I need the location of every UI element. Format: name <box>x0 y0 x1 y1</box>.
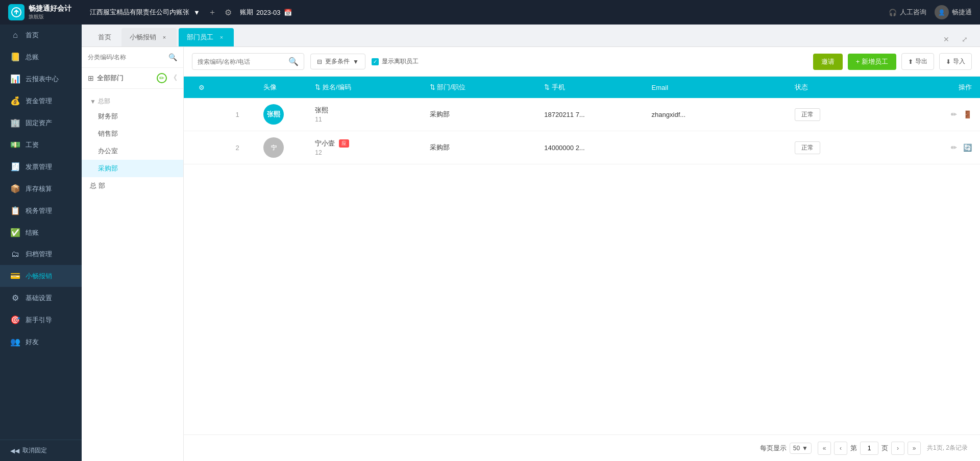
page-size-select[interactable]: 50 ▼ <box>790 443 812 454</box>
sidebar-label-salary: 工资 <box>26 140 39 150</box>
sidebar-item-salary[interactable]: 💵 工资 <box>0 134 82 156</box>
calendar-icon[interactable]: 📅 <box>284 9 292 16</box>
tab-dept-emp-close[interactable]: × <box>217 33 226 41</box>
add-tab-button[interactable]: ＋ <box>208 7 216 18</box>
cancel-fixed-btn[interactable]: ◀◀ 取消固定 <box>0 440 82 461</box>
dept-item-office[interactable]: 办公室 <box>82 142 183 160</box>
user-menu[interactable]: 👤 畅捷通 <box>935 5 972 19</box>
sidebar-label-settings: 基础设置 <box>26 294 52 303</box>
tab-actions: ✕ ⤢ <box>939 32 972 46</box>
sidebar-item-archive[interactable]: 🗂 归档管理 <box>0 244 82 265</box>
prev-page-btn[interactable]: ‹ <box>834 442 847 455</box>
th-dept[interactable]: ⇅ 部门/职位 <box>422 77 536 98</box>
page-size-selector: 每页显示 50 ▼ <box>760 443 812 454</box>
sidebar-item-inventory[interactable]: 📦 库存核算 <box>0 178 82 200</box>
sidebar-label-reports: 云报表中心 <box>26 75 59 84</box>
next-page-btn[interactable]: › <box>891 442 904 455</box>
th-avatar: 头像 <box>255 77 307 98</box>
tab-dept-emp[interactable]: 部门员工 × <box>179 28 234 46</box>
customer-service[interactable]: 🎧 人工咨询 <box>889 8 926 17</box>
sidebar-label-ledger: 总账 <box>26 53 39 62</box>
th-settings[interactable]: ⚙ <box>184 77 219 98</box>
export-button[interactable]: ⬆ 导出 <box>901 53 934 70</box>
sidebar-label-assets: 固定资产 <box>26 118 52 128</box>
company-selector[interactable]: 江西服宝精品有限责任公司内账张 ▼ <box>90 8 200 17</box>
invite-button[interactable]: 邀请 <box>813 54 843 70</box>
dept-search-icon[interactable]: 🔍 <box>168 53 177 61</box>
account-period: 账期 2023-03 📅 <box>240 8 292 17</box>
expand-tab-btn[interactable]: ⤢ <box>958 32 972 46</box>
th-phone[interactable]: ⇅ 手机 <box>536 77 643 98</box>
period-value[interactable]: 2023-03 <box>256 9 281 16</box>
current-page-input[interactable] <box>860 442 878 455</box>
sidebar-label-checkout: 结账 <box>26 228 39 237</box>
tab-expense[interactable]: 小畅报销 × <box>121 28 177 46</box>
add-employee-button[interactable]: + 新增员工 <box>848 54 896 70</box>
sort-name-icon: ⇅ <box>315 83 321 91</box>
show-left-checkbox[interactable]: ✓ <box>372 58 379 65</box>
emp2-name: 宁小壹 <box>315 139 335 148</box>
dept-root-label[interactable]: 总部 <box>98 97 110 106</box>
app-sub: 旗舰版 <box>29 13 71 20</box>
emp-table: ⚙ 头像 ⇅ 姓名/编码 ⇅ 部门/职位 ⇅ 手机 <box>184 77 980 434</box>
sidebar-item-guide[interactable]: 🎯 新手引导 <box>0 309 82 331</box>
first-page-btn[interactable]: « <box>818 442 831 455</box>
th-name[interactable]: ⇅ 姓名/编码 <box>307 77 421 98</box>
more-filter-btn[interactable]: ⊟ 更多条件 ▼ <box>310 54 365 69</box>
page-nav: « ‹ 第 页 › » <box>818 442 921 455</box>
tab-expense-close[interactable]: × <box>160 33 168 41</box>
close-tab-btn[interactable]: ✕ <box>939 32 953 46</box>
sidebar-item-checkout[interactable]: ✅ 结账 <box>0 222 82 244</box>
sidebar-item-invoice[interactable]: 🧾 发票管理 <box>0 156 82 178</box>
sidebar-item-settings[interactable]: ⚙ 基础设置 <box>0 287 82 309</box>
dept-search-bar: 🔍 <box>82 47 183 68</box>
dept-finance-label: 财务部 <box>98 112 118 121</box>
sidebar-label-capital: 资金管理 <box>26 96 52 106</box>
th-no <box>219 77 255 98</box>
sidebar-item-capital[interactable]: 💰 资金管理 <box>0 90 82 112</box>
tab-home-label: 首页 <box>98 33 111 42</box>
emp-toolbar: 🔍 ⊟ 更多条件 ▼ ✓ 显示离职员工 邀请 + 新增员工 <box>184 47 980 77</box>
sidebar-item-assets[interactable]: 🏢 固定资产 <box>0 112 82 134</box>
row2-action-icons: ✏ 🔄 <box>902 143 972 152</box>
row1-name: 张熙 11 <box>307 98 421 131</box>
edit-dept-icon[interactable]: ✏ <box>157 73 167 83</box>
emp2-phone: 14000000 2... <box>544 144 585 152</box>
sidebar-item-ledger[interactable]: 📒 总账 <box>0 46 82 68</box>
emp1-edit-icon[interactable]: ✏ <box>951 110 957 118</box>
row2-status: 正常 <box>787 131 894 164</box>
page-content: 🔍 ⊞ 全部部门 ✏ 《 ▼ 总部 <box>82 47 980 461</box>
header-middle: ＋ ⚙ 账期 2023-03 📅 <box>208 7 292 18</box>
sort-phone-icon: ⇅ <box>544 83 550 91</box>
username-label: 畅捷通 <box>952 8 972 17</box>
emp2-edit-icon[interactable]: ✏ <box>951 143 957 152</box>
export-label: 导出 <box>915 57 927 66</box>
emp1-delete-icon[interactable]: 🚪 <box>963 110 972 118</box>
dept-item-finance[interactable]: 财务部 <box>82 108 183 125</box>
last-page-btn[interactable]: » <box>908 442 921 455</box>
sidebar-item-expense[interactable]: 💳 小畅报销 <box>0 265 82 287</box>
all-dept-label[interactable]: 全部部门 <box>97 74 124 83</box>
capital-icon: 💰 <box>10 96 20 106</box>
show-left-toggle[interactable]: ✓ 显示离职员工 <box>372 57 419 66</box>
emp-search-icon[interactable]: 🔍 <box>288 57 299 66</box>
collapse-icon[interactable]: 《 <box>170 74 177 83</box>
th-email: Email <box>644 77 787 98</box>
sidebar-item-tax[interactable]: 📋 税务管理 <box>0 200 82 222</box>
pin-icon: ◀◀ <box>10 447 19 454</box>
emp2-avatar-circle: 宁 <box>263 137 284 158</box>
sidebar-item-home[interactable]: ⌂ 首页 <box>0 25 82 46</box>
emp2-dept: 采购部 <box>430 143 450 151</box>
tab-home[interactable]: 首页 <box>90 28 119 46</box>
row1-email: zhangxidf... <box>644 98 787 131</box>
dept-item-purchase[interactable]: 采购部 <box>82 160 183 177</box>
emp2-refresh-icon[interactable]: 🔄 <box>963 143 972 152</box>
dept-search-input[interactable] <box>88 54 164 61</box>
sidebar-item-join[interactable]: 👥 好友 <box>0 331 82 353</box>
import-button[interactable]: ⬇ 导入 <box>939 53 972 70</box>
sidebar-item-reports[interactable]: 📊 云报表中心 <box>0 68 82 90</box>
dept-item-sales[interactable]: 销售部 <box>82 125 183 142</box>
dept-item-general[interactable]: 总 部 <box>82 177 183 195</box>
emp-search-input[interactable] <box>198 58 285 65</box>
settings-icon[interactable]: ⚙ <box>225 8 232 17</box>
